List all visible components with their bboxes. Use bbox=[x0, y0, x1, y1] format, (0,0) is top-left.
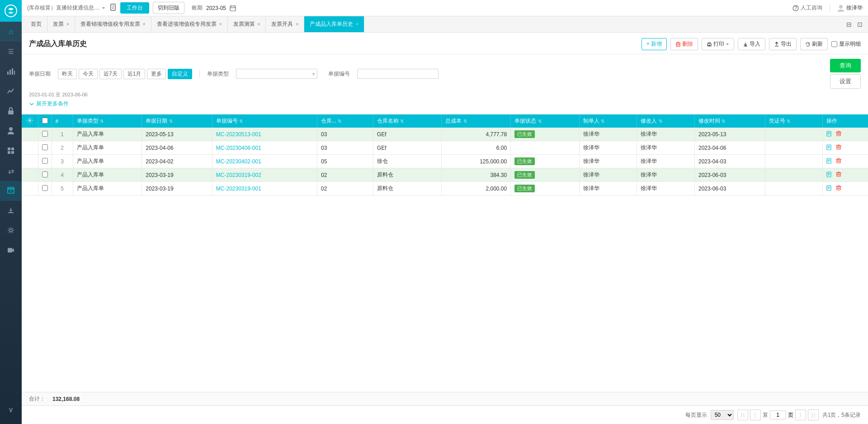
row-checkbox-cell[interactable] bbox=[38, 141, 52, 155]
th-warehouse-code[interactable]: 仓库... ⇅ bbox=[317, 114, 373, 128]
th-modifier[interactable]: 修改人 ⇅ bbox=[637, 114, 695, 128]
th-warehouse-name[interactable]: 仓库名称 ⇅ bbox=[373, 114, 441, 128]
show-detail-toggle[interactable]: 显示明细 bbox=[831, 40, 861, 48]
row-checkbox[interactable] bbox=[42, 158, 48, 164]
row-number[interactable]: MC-20230402-001 bbox=[212, 155, 317, 168]
th-modify-time[interactable]: 修改时间 ⇅ bbox=[694, 114, 765, 128]
tab-purchase-vat[interactable]: 查看进项增值税专用发票 × bbox=[151, 16, 228, 32]
company-selector[interactable]: (库存核算）直播轻拢通信息技术股份... bbox=[27, 4, 106, 12]
sidebar-item-archive[interactable] bbox=[0, 181, 22, 201]
row-delete-icon[interactable] bbox=[835, 185, 842, 192]
tab-invoice[interactable]: 发票 × bbox=[47, 16, 75, 32]
workspace-button[interactable]: 工作台 bbox=[120, 2, 149, 14]
row-checkbox-cell[interactable] bbox=[38, 182, 52, 195]
date-btn-1month[interactable]: 近1月 bbox=[123, 69, 146, 79]
row-number[interactable]: MC-20230319-001 bbox=[212, 182, 317, 195]
tab-product-history[interactable]: 产成品入库单历史 × bbox=[304, 16, 364, 32]
history-button[interactable]: 切到旧版 bbox=[153, 2, 184, 14]
sidebar-item-download[interactable] bbox=[0, 201, 22, 221]
tab-minimize-icon[interactable]: ⊟ bbox=[844, 19, 854, 30]
sidebar-item-settings[interactable] bbox=[0, 221, 22, 241]
row-delete-icon[interactable] bbox=[835, 171, 842, 179]
row-edit-icon[interactable] bbox=[826, 130, 833, 138]
tab-invoice-open[interactable]: 发票开具 × bbox=[266, 16, 304, 32]
sidebar-item-document[interactable]: ☰ bbox=[0, 42, 22, 62]
th-checkbox[interactable] bbox=[38, 114, 52, 128]
row-checkbox[interactable] bbox=[42, 172, 48, 177]
page-number-input[interactable] bbox=[770, 410, 786, 419]
tab-home[interactable]: 首页 bbox=[25, 16, 47, 32]
row-checkbox-cell[interactable] bbox=[38, 128, 52, 141]
export-button[interactable]: 导出 bbox=[769, 38, 797, 50]
type-filter-select[interactable] bbox=[236, 69, 317, 79]
tab-purchase-vat-close[interactable]: × bbox=[219, 22, 222, 27]
tab-invoice-close[interactable]: × bbox=[66, 22, 69, 27]
row-checkbox-cell[interactable] bbox=[38, 155, 52, 168]
th-type[interactable]: 单据类型 ⇅ bbox=[73, 114, 142, 128]
row-number[interactable]: MC-20230319-002 bbox=[212, 168, 317, 182]
user-menu[interactable]: 徐泽华 bbox=[837, 4, 863, 12]
date-btn-custom[interactable]: 自定义 bbox=[168, 69, 192, 79]
row-edit-icon[interactable] bbox=[826, 185, 833, 192]
new-button[interactable]: + 新增 bbox=[642, 38, 667, 50]
import-button[interactable]: 导入 bbox=[738, 38, 765, 50]
row-delete-icon[interactable] bbox=[835, 130, 842, 138]
select-all-checkbox[interactable] bbox=[42, 118, 48, 124]
print-button[interactable]: 打印 bbox=[702, 38, 734, 50]
row-checkbox-cell[interactable] bbox=[38, 168, 52, 182]
next-page-btn[interactable]: ⟩ bbox=[795, 410, 806, 420]
date-btn-yesterday[interactable]: 昨天 bbox=[58, 69, 77, 79]
number-filter-input[interactable] bbox=[357, 69, 439, 79]
per-page-select[interactable]: 50 20 100 bbox=[711, 410, 734, 420]
last-page-btn[interactable]: ⟩⟩ bbox=[808, 410, 819, 420]
sidebar-item-home[interactable]: ⌂ bbox=[0, 22, 22, 42]
help-button[interactable]: ? 人工咨询 bbox=[793, 4, 822, 12]
calendar-icon[interactable] bbox=[230, 5, 236, 11]
sidebar-item-chart[interactable] bbox=[0, 62, 22, 81]
row-edit-icon[interactable] bbox=[826, 144, 833, 152]
th-voucher[interactable]: 凭证号 ⇅ bbox=[765, 114, 823, 128]
date-btn-7days[interactable]: 近7天 bbox=[99, 69, 122, 79]
tab-maximize-icon[interactable]: ⊡ bbox=[855, 19, 864, 30]
delete-button[interactable]: 删除 bbox=[670, 38, 698, 50]
row-checkbox[interactable] bbox=[42, 185, 48, 191]
set-button[interactable]: 设置 bbox=[830, 74, 861, 89]
expand-more-btn[interactable]: 展开更多条件 bbox=[29, 98, 861, 110]
th-date[interactable]: 单据日期 ⇅ bbox=[142, 114, 212, 128]
row-number[interactable]: MC-20230513-001 bbox=[212, 128, 317, 141]
sidebar-item-grid[interactable] bbox=[0, 141, 22, 161]
prev-page-btn[interactable]: ⟨ bbox=[750, 410, 761, 420]
row-delete-icon[interactable] bbox=[835, 144, 842, 152]
show-detail-checkbox[interactable] bbox=[831, 41, 837, 47]
sidebar-item-analytics[interactable] bbox=[0, 81, 22, 101]
query-button[interactable]: 查询 bbox=[830, 59, 861, 72]
sidebar-item-version[interactable]: V bbox=[0, 400, 22, 420]
tab-invoice-open-close[interactable]: × bbox=[296, 22, 298, 27]
date-btn-more[interactable]: 更多 bbox=[147, 69, 166, 79]
th-settings[interactable] bbox=[22, 114, 38, 128]
tab-invoice-calc-close[interactable]: × bbox=[258, 22, 260, 27]
sidebar-item-video[interactable] bbox=[0, 241, 22, 261]
tab-invoice-calc[interactable]: 发票测算 × bbox=[228, 16, 266, 32]
row-edit-icon[interactable] bbox=[826, 157, 833, 165]
sidebar-item-lock[interactable] bbox=[0, 101, 22, 121]
th-creator[interactable]: 制单人 ⇅ bbox=[579, 114, 637, 128]
refresh-button[interactable]: 刷新 bbox=[800, 38, 828, 50]
row-number[interactable]: MC-20230406-001 bbox=[212, 141, 317, 155]
row-edit-icon[interactable] bbox=[826, 171, 833, 179]
sidebar-item-transfer[interactable]: ⇄ bbox=[0, 161, 22, 181]
row-checkbox[interactable] bbox=[42, 131, 48, 137]
first-page-btn[interactable]: ⟨⟨ bbox=[737, 410, 748, 420]
row-checkbox[interactable] bbox=[42, 144, 48, 150]
date-btn-today[interactable]: 今天 bbox=[79, 69, 98, 79]
th-total-cost[interactable]: 总成本 ⇅ bbox=[442, 114, 511, 128]
th-number[interactable]: 单据编号 ⇅ bbox=[212, 114, 317, 128]
th-status[interactable]: 单据状态 ⇅ bbox=[511, 114, 579, 128]
tab-sales-vat[interactable]: 查看销项增值税专用发票 × bbox=[75, 16, 151, 32]
tab-sales-vat-close[interactable]: × bbox=[143, 22, 146, 27]
tab-product-history-close[interactable]: × bbox=[356, 22, 359, 27]
row-status bbox=[511, 141, 579, 155]
import-icon bbox=[743, 42, 748, 47]
row-delete-icon[interactable] bbox=[835, 157, 842, 165]
sidebar-item-person[interactable] bbox=[0, 121, 22, 141]
